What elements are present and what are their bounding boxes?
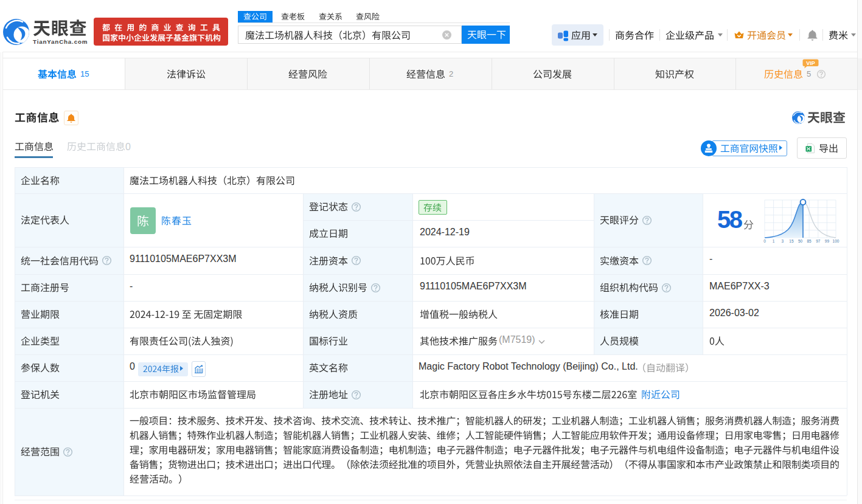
svg-text:99: 99: [825, 239, 830, 243]
svg-text:3: 3: [781, 239, 784, 243]
svg-text:97: 97: [816, 239, 821, 243]
svg-text:0: 0: [763, 239, 766, 243]
svg-text:100: 100: [833, 239, 839, 243]
svg-text:50: 50: [798, 239, 803, 243]
svg-text:1: 1: [773, 239, 775, 243]
svg-text:85: 85: [807, 239, 812, 243]
svg-text:VIP: VIP: [806, 60, 815, 66]
svg-text:15: 15: [789, 239, 794, 243]
